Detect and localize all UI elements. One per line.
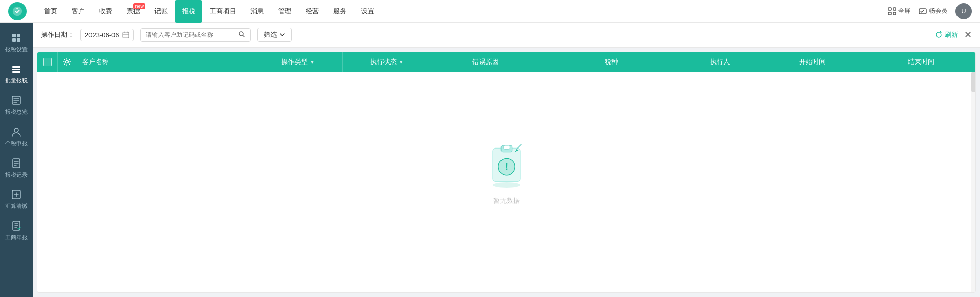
close-button[interactable]: ✕	[964, 30, 972, 39]
sidebar-item-tax-settings[interactable]: 报税设置	[0, 27, 33, 58]
fullscreen-label: 全屏	[898, 7, 910, 15]
svg-rect-4	[893, 12, 896, 15]
fullscreen-button[interactable]: 全屏	[888, 7, 910, 15]
search-box	[140, 28, 251, 42]
content-area: 操作日期： 2023-06-06 筛选	[33, 23, 980, 297]
gear-icon	[63, 58, 71, 66]
svg-rect-9	[17, 38, 20, 42]
main-layout: 报税设置 批量报税 报税总览	[0, 23, 980, 297]
app-logo[interactable]	[8, 2, 27, 20]
svg-rect-3	[888, 12, 891, 15]
vip-button[interactable]: 畅会员	[919, 7, 947, 15]
settings-icon	[10, 32, 22, 44]
annual-icon	[10, 220, 22, 232]
sidebar-item-tax-summary[interactable]: 报税总览	[0, 89, 33, 120]
search-input[interactable]	[141, 29, 233, 40]
table-container: 客户名称 操作类型 ▼ 执行状态 ▼ 错误原因 税种 执行人	[37, 52, 976, 293]
empty-illustration: !	[484, 139, 530, 190]
table-header: 客户名称 操作类型 ▼ 执行状态 ▼ 错误原因 税种 执行人	[37, 52, 975, 72]
svg-text:!: !	[505, 161, 508, 172]
svg-rect-1	[888, 8, 891, 10]
svg-rect-18	[123, 32, 129, 38]
svg-point-20	[65, 61, 68, 63]
scrollbar-thumb[interactable]	[971, 72, 975, 92]
sidebar-item-tax-record[interactable]: 报税记录	[0, 152, 33, 183]
th-exec-status[interactable]: 执行状态 ▼	[343, 52, 431, 72]
search-button[interactable]	[233, 29, 250, 41]
sidebar-item-tax-summary-label: 报税总览	[5, 109, 28, 115]
nav-manage[interactable]: 管理	[271, 0, 299, 23]
sidebar-item-tax-record-label: 报税记录	[5, 172, 28, 178]
svg-rect-8	[12, 38, 16, 42]
sidebar-item-batch-tax-label: 批量报税	[5, 77, 28, 84]
nav-customer[interactable]: 客户	[64, 0, 92, 23]
chevron-down-icon	[279, 32, 285, 38]
nav-service[interactable]: 服务	[326, 0, 354, 23]
person-icon	[10, 126, 22, 138]
nav-fee[interactable]: 收费	[92, 0, 120, 23]
nav-home[interactable]: 首页	[37, 0, 64, 23]
summary-icon	[10, 94, 22, 107]
empty-state: ! 暂无数据	[484, 139, 530, 205]
svg-rect-11	[12, 69, 20, 70]
nav-invoice[interactable]: 票据 new	[120, 0, 147, 23]
nav-message[interactable]: 消息	[243, 0, 271, 23]
date-picker[interactable]: 2023-06-06	[80, 29, 134, 41]
svg-rect-6	[12, 34, 16, 37]
empty-text: 暂无数据	[493, 196, 520, 205]
filter-label: 筛选	[264, 30, 277, 39]
refresh-icon	[935, 31, 943, 39]
svg-point-14	[14, 128, 18, 132]
avatar[interactable]: U	[955, 3, 972, 19]
th-end-time: 结束时间	[867, 52, 975, 72]
svg-rect-10	[12, 66, 20, 68]
svg-rect-12	[12, 71, 20, 73]
sidebar-item-annual-report[interactable]: 工商年报	[0, 215, 33, 246]
new-badge: new	[133, 3, 145, 10]
th-gear[interactable]	[58, 52, 76, 72]
scrollbar-track[interactable]	[971, 72, 975, 292]
svg-rect-24	[503, 145, 510, 149]
sort-icon-op-type: ▼	[310, 59, 315, 65]
nav-operation[interactable]: 经营	[299, 0, 326, 23]
toolbar: 操作日期： 2023-06-06 筛选	[33, 23, 980, 48]
svg-rect-7	[17, 34, 20, 37]
nav-industry[interactable]: 工商项目	[202, 0, 243, 23]
svg-rect-2	[893, 8, 896, 10]
calc-icon	[10, 188, 22, 201]
record-icon	[10, 157, 22, 169]
svg-point-21	[493, 182, 520, 188]
th-tax-type: 税种	[540, 52, 682, 72]
refresh-button[interactable]: 刷新	[935, 30, 958, 39]
top-nav-right: 全屏 畅会员 U	[888, 3, 972, 19]
nav-bookkeeping[interactable]: 记账	[147, 0, 175, 23]
th-error: 错误原因	[431, 52, 540, 72]
nav-items: 首页 客户 收费 票据 new 记账 报税 工商项目 消息 管理 经营 服务 设…	[37, 0, 888, 23]
date-value: 2023-06-06	[85, 31, 119, 39]
th-executor: 执行人	[682, 52, 758, 72]
svg-point-0	[16, 7, 18, 9]
sidebar-item-calc-pay[interactable]: 汇算清缴	[0, 183, 33, 215]
nav-tax[interactable]: 报税	[175, 0, 202, 23]
sidebar: 报税设置 批量报税 报税总览	[0, 23, 33, 297]
sidebar-item-personal-tax[interactable]: 个税申报	[0, 121, 33, 152]
search-icon	[238, 31, 245, 38]
top-nav: 首页 客户 收费 票据 new 记账 报税 工商项目 消息 管理 经营 服务 设…	[0, 0, 980, 23]
date-label: 操作日期：	[41, 30, 74, 39]
filter-button[interactable]: 筛选	[257, 28, 292, 42]
th-name: 客户名称	[76, 52, 254, 72]
vip-label: 畅会员	[929, 7, 947, 15]
sidebar-item-annual-report-label: 工商年报	[5, 234, 28, 241]
calendar-icon	[122, 31, 129, 38]
sidebar-item-tax-settings-label: 报税设置	[5, 46, 28, 53]
refresh-label: 刷新	[945, 30, 958, 39]
select-all-checkbox[interactable]	[43, 58, 52, 66]
th-op-type[interactable]: 操作类型 ▼	[254, 52, 343, 72]
th-check[interactable]	[37, 52, 58, 72]
nav-settings[interactable]: 设置	[354, 0, 381, 23]
sort-icon-exec-status: ▼	[399, 59, 404, 65]
sidebar-item-calc-pay-label: 汇算清缴	[5, 203, 28, 209]
batch-icon	[10, 63, 22, 75]
sidebar-item-batch-tax[interactable]: 批量报税	[0, 58, 33, 89]
table-body: ! 暂无数据	[37, 72, 975, 292]
